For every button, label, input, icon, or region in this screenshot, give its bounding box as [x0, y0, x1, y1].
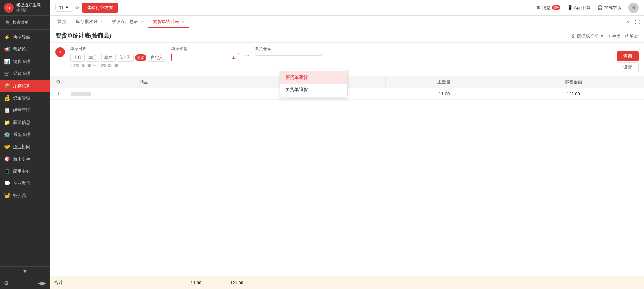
quick-nav-icon: ⚡	[4, 34, 10, 40]
refresh-label: 刷新	[630, 33, 639, 39]
export-button[interactable]: ↑ 导出	[609, 33, 621, 39]
sidebar-item-wechat[interactable]: 💬 企业微信	[0, 177, 50, 190]
tab-home[interactable]: 首页	[53, 16, 71, 28]
chevron-right-icon: ›	[59, 49, 61, 55]
doc-type-select[interactable]: ▲	[171, 53, 239, 61]
sidebar-item-label: 采购管理	[13, 71, 30, 77]
sales-icon: 📊	[4, 59, 10, 65]
sidebar-item-label: 销售管理	[13, 59, 30, 65]
filter-more-options[interactable]: ···	[244, 52, 249, 59]
store-number: 41	[58, 5, 63, 10]
tab-batch-account[interactable]: 库存批次账 ×	[71, 16, 107, 28]
message-icon: ✉	[537, 5, 541, 10]
sidebar-item-finance[interactable]: 💰 资金管理	[0, 92, 50, 104]
operation-icon: 📋	[4, 107, 10, 113]
col-retail-amount: 零售金额	[503, 76, 644, 88]
search-menu-label: 搜索菜单	[13, 20, 29, 25]
date-btn-this-month[interactable]: 本月	[86, 54, 100, 62]
settings-button[interactable]: 设置	[617, 62, 639, 72]
sidebar-item-basic-info[interactable]: 📁 基础信息	[0, 116, 50, 129]
online-service-button[interactable]: 🎧 在线客服	[597, 5, 622, 11]
footer-main-qty: 11.00	[176, 280, 216, 285]
tab-receive-summary-close[interactable]: ×	[141, 20, 143, 24]
sidebar-item-app-center[interactable]: 📱 应用中心	[0, 165, 50, 177]
tabbar-close-all-button[interactable]: ×	[624, 18, 632, 26]
filter-warehouse-group: 要货仓库	[255, 46, 323, 56]
date-quick-buttons: 上月 本月 本年 近7天 更多 自定义	[70, 54, 166, 62]
sidebar-item-label: 营销推广	[13, 46, 30, 52]
cooperation-icon: 🤝	[4, 144, 10, 150]
sidebar-item-marketing[interactable]: 📢 营销推广	[0, 43, 50, 55]
sidebar-item-sales[interactable]: 📊 销售管理	[0, 55, 50, 68]
sidebar-search-section: 🔍 搜索菜单	[0, 16, 50, 30]
tab-order-stats[interactable]: 要货单统计表 ×	[148, 16, 189, 28]
app-center-icon: 📱	[4, 168, 10, 174]
sidebar-item-purchase[interactable]: 🛒 采购管理	[0, 68, 50, 80]
sidebar-nav: ⚡ 快捷导航 📢 营销推广 📊 销售管理 🛒 采购管理 📦 库存核算 💰 资金管…	[0, 30, 50, 266]
app-download-button[interactable]: 📱 App下载	[567, 5, 591, 11]
user-avatar[interactable]: R	[628, 3, 639, 13]
tabbar-expand-button[interactable]: ⛶	[633, 18, 641, 26]
dropdown-item-order-return[interactable]: 要货单退货	[280, 84, 347, 96]
topbar: 41 ▼ ⚙ 体验行业方案 ✉ 消息 99+ 📱 App下载 🎧 在线客服 R	[50, 0, 644, 16]
sidebar-item-cooperation[interactable]: 🤝 企业协同	[0, 141, 50, 153]
doc-type-input[interactable]	[174, 55, 231, 60]
sidebar-scroll-down[interactable]: ▼	[0, 266, 50, 277]
date-more-button[interactable]: 更多	[135, 54, 146, 61]
sidebar-item-label: 新手引导	[13, 156, 30, 162]
collapse-icon[interactable]: ◀▶	[38, 280, 46, 286]
app-download-label: App下载	[574, 5, 591, 11]
sidebar-item-guide[interactable]: 🎯 新手引导	[0, 153, 50, 165]
sidebar-item-label: 基础信息	[13, 119, 30, 126]
app-subtitle: 标准版	[16, 8, 41, 13]
date-btn-this-year[interactable]: 本年	[101, 54, 116, 62]
sidebar-item-inventory[interactable]: 📦 库存核算	[0, 80, 50, 92]
dropdown-item-order-goods[interactable]: 要货单要货	[280, 71, 347, 84]
message-badge: 99+	[552, 5, 560, 10]
row-product	[67, 88, 221, 100]
search-menu-button[interactable]: 🔍 搜索菜单	[3, 18, 47, 27]
sidebar-item-system[interactable]: ⚙️ 系统管理	[0, 129, 50, 141]
tab-order-stats-close[interactable]: ×	[182, 20, 184, 24]
app-logo: b	[4, 3, 14, 13]
date-btn-last-7-days[interactable]: 近7天	[117, 54, 134, 62]
tabbar-right-actions: × ⛶	[624, 16, 641, 28]
sidebar-item-label: 经营管理	[13, 107, 30, 113]
sidebar-item-operation[interactable]: 📋 经营管理	[0, 104, 50, 116]
service-label: 在线客服	[604, 5, 622, 11]
topbar-settings-icon[interactable]: ⚙	[75, 4, 79, 11]
query-button[interactable]: 查询	[617, 51, 639, 61]
warehouse-label: 要货仓库	[255, 46, 323, 52]
store-selector[interactable]: 41 ▼	[55, 4, 72, 12]
sidebar: b 畅捷通好生意 标准版 🔍 搜索菜单 ⚡ 快捷导航 📢 营销推广 📊 销售管理…	[0, 0, 50, 289]
print-dropdown-icon: ▼	[600, 33, 604, 38]
template-print-button[interactable]: 🖨 按模板打印 ▼	[571, 33, 604, 39]
sidebar-item-quick-nav[interactable]: ⚡ 快捷导航	[0, 31, 50, 43]
column-settings-icon[interactable]: ⚙	[56, 79, 61, 85]
settings-footer-icon[interactable]: ⚙	[4, 280, 9, 286]
avatar-placeholder: R	[632, 5, 635, 10]
message-button[interactable]: ✉ 消息 99+	[537, 5, 560, 11]
service-icon: 🎧	[597, 5, 603, 10]
page-content: 要货单统计表(按商品) 🖨 按模板打印 ▼ ↑ 导出 ↺ 刷新	[50, 28, 644, 289]
doc-type-arrow-icon[interactable]: ▲	[231, 54, 236, 60]
sidebar-item-membership[interactable]: 👑 畅会员	[0, 190, 50, 202]
footer-label: 合计	[54, 280, 135, 286]
warehouse-select[interactable]	[255, 53, 323, 56]
tab-batch-account-label: 库存批次账	[76, 19, 98, 25]
date-btn-last-month[interactable]: 上月	[70, 54, 85, 62]
system-icon: ⚙️	[4, 132, 10, 138]
trial-button[interactable]: 体验行业方案	[82, 3, 118, 13]
doc-type-dropdown: 要货单要货 要货单退货	[280, 70, 348, 97]
product-name-placeholder	[71, 92, 91, 96]
tab-receive-summary[interactable]: 收发存汇总表 ×	[107, 16, 148, 28]
footer-retail-amount: 121.00	[216, 280, 257, 285]
store-dropdown-icon: ▼	[65, 5, 69, 10]
page-header-actions: 🖨 按模板打印 ▼ ↑ 导出 ↺ 刷新	[571, 33, 639, 39]
tab-batch-account-close[interactable]: ×	[100, 20, 102, 24]
tabbar: 首页 库存批次账 × 收发存汇总表 × 要货单统计表 × × ⛶	[50, 16, 644, 28]
date-custom-button[interactable]: 自定义	[148, 54, 166, 62]
row-seq: 1	[50, 88, 67, 100]
filter-toggle-button[interactable]: ›	[55, 47, 65, 57]
refresh-button[interactable]: ↺ 刷新	[625, 33, 639, 39]
